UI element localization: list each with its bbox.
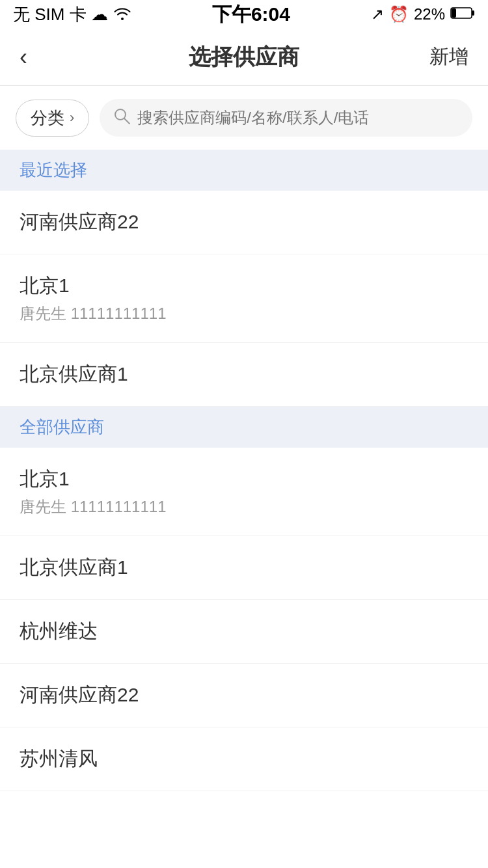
search-box[interactable] [100, 99, 472, 137]
item-sub: 唐先生 11111111111 [20, 496, 468, 517]
list-item[interactable]: 河南供应商22 [0, 191, 488, 254]
wifi-icon [113, 5, 131, 25]
recent-section-header: 最近选择 [0, 150, 488, 191]
list-item[interactable]: 北京供应商1 [0, 343, 488, 407]
list-item[interactable]: 北京1唐先生 11111111111 [0, 448, 488, 536]
add-button[interactable]: 新增 [416, 44, 468, 70]
list-item[interactable]: 苏州清风 [0, 727, 488, 791]
recent-section-label: 最近选择 [20, 160, 87, 180]
svg-rect-2 [452, 8, 456, 18]
category-label: 分类 [31, 107, 64, 129]
item-name: 杭州维达 [20, 618, 468, 645]
battery-label: 22% [414, 5, 445, 23]
category-filter-button[interactable]: 分类 › [16, 100, 89, 137]
search-icon [113, 107, 131, 129]
status-bar: 无 SIM 卡 ☁ 下午6:04 ↗ ⏰ 22% [0, 0, 488, 29]
item-name: 北京1 [20, 466, 468, 493]
nav-bar: ‹ 选择供应商 新增 [0, 29, 488, 86]
location-icon: ↗ [371, 5, 384, 23]
svg-rect-1 [472, 10, 474, 16]
item-sub: 唐先生 11111111111 [20, 303, 468, 324]
no-sim-label: 无 SIM 卡 ☁ [13, 3, 108, 26]
item-name: 北京1 [20, 273, 468, 299]
item-name: 河南供应商22 [20, 209, 468, 236]
item-name: 北京供应商1 [20, 361, 468, 388]
list-item[interactable]: 河南供应商22 [0, 664, 488, 727]
back-button[interactable]: ‹ [20, 44, 72, 71]
list-item[interactable]: 北京1唐先生 11111111111 [0, 254, 488, 343]
alarm-icon: ⏰ [389, 5, 409, 23]
status-time: 下午6:04 [212, 1, 290, 28]
recent-items-list: 河南供应商22北京1唐先生 11111111111北京供应商1 [0, 191, 488, 407]
status-right: ↗ ⏰ 22% [371, 5, 475, 23]
status-left: 无 SIM 卡 ☁ [13, 3, 131, 26]
list-item[interactable]: 北京供应商1 [0, 536, 488, 600]
chevron-right-icon: › [70, 109, 74, 126]
search-input[interactable] [137, 109, 459, 127]
all-items-list: 北京1唐先生 11111111111北京供应商1杭州维达河南供应商22苏州清风 [0, 448, 488, 791]
list-item[interactable]: 杭州维达 [0, 600, 488, 664]
all-section-header: 全部供应商 [0, 407, 488, 448]
battery-icon [450, 5, 475, 23]
item-name: 河南供应商22 [20, 682, 468, 709]
svg-line-4 [124, 118, 129, 124]
item-name: 苏州清风 [20, 746, 468, 772]
item-name: 北京供应商1 [20, 554, 468, 581]
filter-bar: 分类 › [0, 86, 488, 150]
all-section-label: 全部供应商 [20, 417, 104, 437]
page-title: 选择供应商 [72, 42, 416, 72]
